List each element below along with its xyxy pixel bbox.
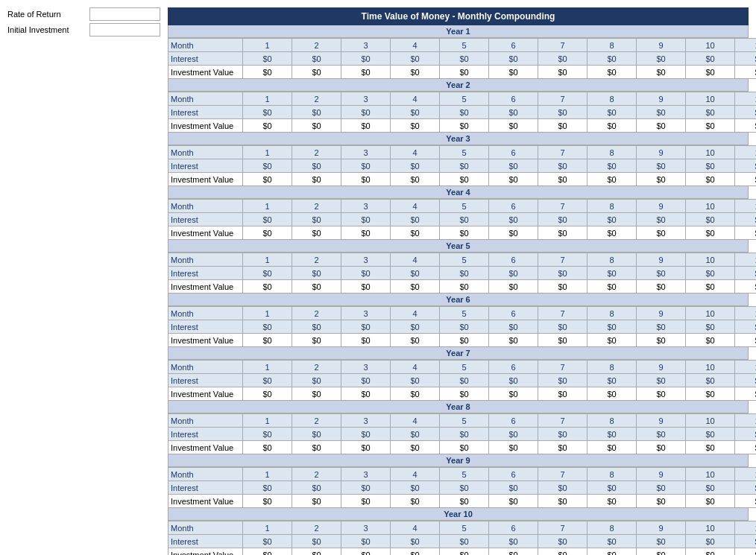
year-header-10: Year 10 (168, 508, 749, 521)
interest-cell: $0 (538, 106, 588, 119)
investment-value-cell: $0 (440, 334, 489, 347)
interest-cell: $0 (391, 159, 440, 173)
month-header-2: 2 (292, 39, 341, 52)
investment-value-cell: $0 (686, 387, 735, 401)
interest-cell: $0 (243, 159, 292, 173)
investment-value-cell: $0 (243, 119, 292, 133)
month-header-9: 9 (637, 307, 686, 320)
month-header-3: 3 (341, 414, 391, 428)
interest-cell: $0 (391, 374, 440, 387)
initial-investment-input[interactable] (89, 23, 160, 37)
interest-cell: $0 (292, 320, 341, 334)
investment-value-cell: $0 (341, 173, 391, 186)
year-header-1: Year 1 (168, 25, 749, 38)
month-header-8: 8 (588, 92, 637, 106)
month-header-7: 7 (538, 468, 588, 481)
month-header-5: 5 (440, 361, 489, 374)
month-header-5: 5 (440, 146, 489, 159)
year-section-9: Year 9Month123456789101112Interest$0$0$0… (168, 454, 749, 508)
month-header-8: 8 (588, 39, 637, 52)
year-section-7: Year 7Month123456789101112Interest$0$0$0… (168, 347, 749, 401)
interest-cell: $0 (341, 428, 391, 441)
investment-value-label: Investment Value (168, 66, 243, 79)
investment-value-cell: $0 (637, 280, 686, 294)
years-container: Year 1Month123456789101112Interest$0$0$0… (168, 25, 749, 555)
investment-value-cell: $0 (292, 495, 341, 508)
month-header-9: 9 (637, 414, 686, 428)
investment-value-cell: $0 (292, 119, 341, 133)
month-header-5: 5 (440, 468, 489, 481)
interest-cell: $0 (588, 428, 637, 441)
month-header-10: 10 (686, 414, 735, 428)
investment-value-cell: $0 (243, 387, 292, 401)
interest-cell: $0 (637, 428, 686, 441)
month-header-7: 7 (538, 146, 588, 159)
month-header-6: 6 (489, 307, 538, 320)
interest-cell: $0 (735, 106, 757, 119)
month-header-9: 9 (637, 200, 686, 213)
month-row-label: Month (168, 361, 243, 374)
month-header-6: 6 (489, 92, 538, 106)
rate-of-return-input[interactable] (89, 7, 160, 21)
month-header-11: 11 (735, 521, 757, 535)
investment-value-cell: $0 (735, 548, 757, 556)
month-header-5: 5 (440, 39, 489, 52)
interest-label: Interest (168, 374, 243, 387)
month-header-3: 3 (341, 307, 391, 320)
month-header-6: 6 (489, 521, 538, 535)
month-header-1: 1 (243, 39, 292, 52)
month-header-2: 2 (292, 253, 341, 267)
interest-cell: $0 (588, 267, 637, 280)
investment-value-cell: $0 (391, 334, 440, 347)
investment-value-cell: $0 (686, 548, 735, 556)
investment-value-cell: $0 (489, 226, 538, 240)
interest-label: Interest (168, 52, 243, 66)
month-row-label: Month (168, 39, 243, 52)
month-header-3: 3 (341, 200, 391, 213)
interest-cell: $0 (735, 428, 757, 441)
investment-value-cell: $0 (538, 441, 588, 454)
month-header-2: 2 (292, 361, 341, 374)
investment-value-cell: $0 (440, 66, 489, 79)
interest-cell: $0 (391, 481, 440, 495)
investment-value-cell: $0 (391, 119, 440, 133)
interest-cell: $0 (588, 481, 637, 495)
month-header-9: 9 (637, 361, 686, 374)
year-header-7: Year 7 (168, 347, 749, 360)
month-header-3: 3 (341, 39, 391, 52)
investment-value-cell: $0 (588, 173, 637, 186)
interest-cell: $0 (292, 52, 341, 66)
investment-value-cell: $0 (489, 334, 538, 347)
interest-cell: $0 (538, 320, 588, 334)
year-section-3: Year 3Month123456789101112Interest$0$0$0… (168, 133, 749, 186)
interest-cell: $0 (489, 267, 538, 280)
investment-value-cell: $0 (341, 334, 391, 347)
month-header-5: 5 (440, 414, 489, 428)
rate-of-return-row: Rate of Return (7, 7, 164, 21)
investment-value-cell: $0 (538, 119, 588, 133)
interest-cell: $0 (489, 428, 538, 441)
investment-value-cell: $0 (538, 548, 588, 556)
interest-cell: $0 (686, 481, 735, 495)
month-header-6: 6 (489, 200, 538, 213)
month-header-7: 7 (538, 521, 588, 535)
investment-value-cell: $0 (391, 495, 440, 508)
interest-cell: $0 (391, 213, 440, 226)
interest-cell: $0 (637, 320, 686, 334)
interest-cell: $0 (735, 320, 757, 334)
month-header-11: 11 (735, 146, 757, 159)
interest-label: Interest (168, 159, 243, 173)
month-header-10: 10 (686, 92, 735, 106)
investment-value-cell: $0 (391, 226, 440, 240)
month-header-8: 8 (588, 253, 637, 267)
investment-value-cell: $0 (391, 548, 440, 556)
interest-cell: $0 (588, 106, 637, 119)
interest-cell: $0 (243, 535, 292, 548)
investment-value-cell: $0 (341, 66, 391, 79)
investment-value-cell: $0 (243, 441, 292, 454)
investment-value-cell: $0 (538, 173, 588, 186)
month-header-4: 4 (391, 521, 440, 535)
interest-cell: $0 (243, 106, 292, 119)
month-header-8: 8 (588, 468, 637, 481)
month-row-label: Month (168, 92, 243, 106)
